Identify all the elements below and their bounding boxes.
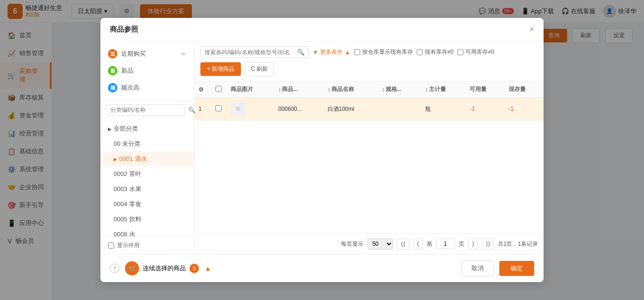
cat-snack[interactable]: 0004 零食 <box>100 197 194 212</box>
search-icon[interactable]: 🔍 <box>297 49 305 56</box>
last-page-button[interactable]: ⟩⟩ <box>482 239 494 250</box>
content-area: 查询 刷新 设置 商品参照 × 近 <box>52 23 644 300</box>
warehouse-checkbox[interactable] <box>354 49 360 55</box>
nav-frequent[interactable]: 频 频次高 <box>100 79 194 96</box>
col-settings[interactable]: ⚙ <box>195 82 212 98</box>
confirm-button[interactable]: 确定 <box>499 261 534 276</box>
dialog-title: 商品参照 <box>110 25 138 34</box>
cell-available: -1 <box>466 98 504 121</box>
cart-area: 🛒 连续选择的商品 0 <box>125 261 199 275</box>
cell-index: 1 <box>195 98 212 121</box>
left-panel-nav: 近 近期购买 ≪ 新 新品 频 频次高 <box>100 42 194 100</box>
stock-checkbox[interactable] <box>417 49 423 55</box>
select-all-checkbox[interactable] <box>215 86 222 92</box>
product-table-area: ⚙ 商品图片 ↕ 商品... <box>195 82 544 233</box>
col-code[interactable]: ↕ 商品... <box>274 82 323 98</box>
dialog-body: 近 近期购买 ≪ 新 新品 频 频次高 <box>100 42 544 254</box>
cart-text: 连续选择的商品 <box>143 264 186 273</box>
filter-arrow-icon: ▲ <box>345 49 350 56</box>
available-checkbox-label[interactable]: 可用库存≠0 <box>457 48 494 56</box>
cell-stock: -1 <box>505 98 544 121</box>
available-checkbox[interactable] <box>457 49 463 55</box>
category-search-input[interactable] <box>106 104 185 116</box>
recent-dot: 近 <box>108 49 117 58</box>
page-input[interactable] <box>436 239 455 249</box>
search-box: 🔍 <box>200 46 309 58</box>
col-name[interactable]: ↕ 商品名称 <box>324 82 378 98</box>
cart-icon[interactable]: 🛒 <box>125 261 139 275</box>
cell-checkbox[interactable] <box>212 98 227 121</box>
product-thumbnail: 图 <box>231 101 246 117</box>
sort-icon: ↕ <box>328 86 330 93</box>
stock-checkbox-label[interactable]: 现有库存≠0 <box>417 48 454 56</box>
total-records: 共1页，1条记录 <box>498 240 538 248</box>
category-tree: ▶ 全部分类 00 未分类 ▶ 0001 酒水 0002 茶 <box>100 119 194 236</box>
cancel-button[interactable]: 取消 <box>462 260 494 276</box>
collapse-icon: ≪ <box>181 50 187 57</box>
col-stock: 现存量 <box>505 82 544 98</box>
col-unit[interactable]: ↕ 主计量 <box>421 82 466 98</box>
product-table: ⚙ 商品图片 ↕ 商品... <box>195 82 544 121</box>
next-page-button[interactable]: ⟩ <box>468 239 478 250</box>
pagination: 每页显示 20 50 100 ⟨⟨ ⟨ 第 页 ⟩ <box>195 233 544 254</box>
left-panel: 近 近期购买 ≪ 新 新品 频 频次高 <box>100 42 195 254</box>
nav-recent-purchases[interactable]: 近 近期购买 ≪ <box>100 45 194 62</box>
cat-all[interactable]: ▶ 全部分类 <box>100 121 194 136</box>
cat-water[interactable]: 0008 水 <box>100 227 194 236</box>
cell-image: 图 <box>227 98 274 121</box>
dialog-footer: ? 🛒 连续选择的商品 0 ▲ 取消 确定 <box>100 254 544 282</box>
sort-icon: ↕ <box>278 86 281 93</box>
cell-name: 白酒100ml <box>324 98 378 121</box>
help-button[interactable]: ? <box>110 264 119 273</box>
right-panel: 🔍 ▼ 更多条件 ▲ 按仓库显示现有库存 <box>195 42 544 254</box>
new-dot: 新 <box>108 66 117 75</box>
main-layout: 🏠 首页 📈 销售管理 🛒 采购管理 📦 库存核算 💰 资金管理 📊 经营管理 … <box>0 23 644 300</box>
close-button[interactable]: × <box>529 25 534 34</box>
filter-button[interactable]: ▼ 更多条件 ▲ <box>313 48 350 56</box>
toolbar: 🔍 ▼ 更多条件 ▲ 按仓库显示现有库存 <box>195 42 544 82</box>
dialog: 商品参照 × 近 近期购买 ≪ 新 <box>100 18 544 282</box>
first-page-button[interactable]: ⟨⟨ <box>397 239 409 250</box>
col-image: 商品图片 <box>227 82 274 98</box>
cat-liquor[interactable]: ▶ 0001 酒水 <box>100 151 194 167</box>
cell-unit: 瓶 <box>421 98 466 121</box>
prev-page-button[interactable]: ⟨ <box>413 239 423 250</box>
show-disabled-area: 显示停用 <box>100 236 194 254</box>
per-page-select[interactable]: 20 50 100 <box>367 238 393 250</box>
col-checkbox[interactable] <box>212 82 227 98</box>
refresh-product-button[interactable]: C 刷新 <box>245 62 274 76</box>
table-row[interactable]: 1 图 000600... 白酒100ml 瓶 <box>195 98 544 121</box>
dialog-header: 商品参照 × <box>100 18 544 42</box>
cell-code: 000600... <box>274 98 323 121</box>
sort-icon: ↕ <box>425 86 428 93</box>
frequent-dot: 频 <box>108 83 117 92</box>
collapse-arrow-icon[interactable]: ▲ <box>205 265 211 272</box>
add-product-button[interactable]: + 新增商品 <box>200 62 241 76</box>
nav-new-products[interactable]: 新 新品 <box>100 62 194 79</box>
col-available: 可用量 <box>466 82 504 98</box>
cart-count: 0 <box>190 264 199 273</box>
cell-spec <box>378 98 421 121</box>
cat-drink[interactable]: 0005 饮料 <box>100 212 194 227</box>
cat-fruit[interactable]: 0003 水果 <box>100 182 194 197</box>
warehouse-checkbox-label[interactable]: 按仓库显示现有库存 <box>354 48 413 56</box>
sort-icon: ↕ <box>382 86 385 93</box>
overlay: 商品参照 × 近 近期购买 ≪ 新 <box>0 0 644 300</box>
col-spec[interactable]: ↕ 规格... <box>378 82 421 98</box>
filter-icon: ▼ <box>313 49 318 56</box>
cat-tea[interactable]: 0002 茶叶 <box>100 167 194 182</box>
show-disabled-checkbox[interactable] <box>108 242 114 249</box>
left-search: 🔍 <box>100 100 194 119</box>
product-search-input[interactable] <box>205 49 294 56</box>
cat-unclassified[interactable]: 00 未分类 <box>100 136 194 151</box>
